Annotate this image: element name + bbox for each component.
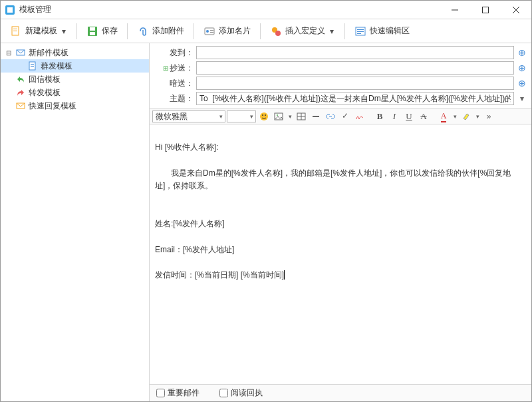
svg-rect-8 [13, 31, 17, 31]
insert-macro-button[interactable]: 插入宏定义 ▾ [265, 23, 340, 40]
tree-label: 转发模板 [29, 87, 61, 99]
card-icon [203, 25, 215, 37]
svg-point-13 [206, 30, 209, 33]
font-family-select[interactable]: 微软雅黑 [152, 110, 225, 122]
quick-edit-button[interactable]: 快速编辑区 [349, 23, 415, 40]
svg-rect-14 [210, 30, 213, 31]
more-format-button[interactable]: » [482, 110, 495, 123]
svg-point-29 [265, 114, 266, 116]
svg-rect-25 [31, 66, 34, 67]
tree-node-reply[interactable]: 回信模板 [1, 73, 149, 86]
emoji-button[interactable] [257, 110, 271, 123]
plus-box-icon[interactable]: ⊞ [163, 65, 168, 72]
highlight-dd[interactable]: ▾ [474, 110, 481, 123]
svg-rect-20 [357, 31, 364, 32]
subject-input[interactable] [196, 92, 514, 105]
template-icon [27, 61, 38, 71]
cc-add-button[interactable]: ⊕ [517, 63, 527, 73]
spellcheck-button[interactable]: ✓ [338, 110, 352, 123]
macro-icon [270, 25, 282, 37]
important-checkbox[interactable]: 重要邮件 [156, 387, 200, 399]
bold-button[interactable]: B [373, 110, 386, 123]
svg-rect-1 [7, 7, 13, 13]
tree-label: 群发模板 [41, 61, 72, 72]
header-fields: 发到： ⊕ ⊞抄送： ⊕ 暗送： ⊕ 主题： ▾ [150, 43, 531, 108]
strike-button[interactable]: A [417, 110, 430, 123]
subject-dropdown[interactable]: ▾ [517, 93, 527, 104]
separator [368, 110, 372, 123]
font-color-button[interactable]: A [437, 110, 450, 123]
maximize-button[interactable] [470, 1, 501, 19]
cc-row: ⊞抄送： ⊕ [154, 61, 527, 75]
svg-rect-24 [31, 64, 34, 65]
svg-point-17 [275, 31, 281, 36]
add-attachment-button[interactable]: 添加附件 [132, 23, 190, 40]
add-card-button[interactable]: 添加名片 [198, 23, 256, 40]
underline-button[interactable]: U [402, 110, 416, 123]
quick-edit-icon [354, 25, 366, 37]
to-input[interactable] [196, 46, 514, 59]
subject-row: 主题： ▾ [154, 92, 527, 105]
svg-rect-10 [90, 27, 95, 31]
svg-point-28 [262, 114, 263, 116]
save-button[interactable]: 保存 [81, 23, 123, 40]
separator [76, 23, 77, 39]
text-cursor [284, 270, 285, 280]
body-line: Email：[%发件人地址] [155, 244, 526, 256]
svg-text:✓: ✓ [342, 112, 348, 120]
bcc-label: 暗送： [154, 78, 194, 89]
svg-rect-11 [90, 32, 95, 35]
minimize-button[interactable] [440, 1, 470, 19]
tree-node-new-mail[interactable]: ⊟ 新邮件模板 [1, 46, 149, 59]
main-area: ⊟ 新邮件模板 群发模板 回信模板 转发模板 快速回复模板 发到 [1, 43, 531, 401]
quick-reply-icon [15, 100, 26, 111]
svg-rect-7 [13, 29, 17, 29]
to-add-button[interactable]: ⊕ [517, 47, 527, 58]
expand-icon[interactable]: ⊟ [5, 49, 13, 57]
bcc-input[interactable] [196, 77, 514, 90]
add-attachment-label: 添加附件 [152, 25, 184, 37]
to-label: 发到： [154, 47, 194, 59]
font-size-select[interactable] [227, 110, 256, 122]
svg-rect-19 [357, 29, 364, 30]
svg-point-27 [260, 112, 268, 120]
new-template-label: 新建模板 [25, 25, 57, 37]
window-buttons [440, 1, 531, 19]
quick-edit-label: 快速编辑区 [370, 25, 410, 37]
cc-input[interactable] [196, 61, 514, 75]
separator [127, 23, 128, 39]
mail-icon [15, 47, 26, 58]
image-dd[interactable]: ▾ [287, 110, 293, 123]
new-template-button[interactable]: 新建模板 ▾ [5, 23, 72, 40]
footer-bar: 重要邮件 阅读回执 [150, 384, 531, 401]
tree-label: 快速回复模板 [29, 100, 76, 112]
body-editor[interactable]: Hi [%收件人名称]: 我是来自Dm星的[%发件人名称]，我的邮箱是[%发件人… [150, 124, 531, 384]
tree-node-forward[interactable]: 转发模板 [1, 86, 149, 99]
tree-node-mass-send[interactable]: 群发模板 [1, 59, 149, 73]
close-button[interactable] [501, 1, 531, 19]
tree-label: 回信模板 [29, 74, 61, 85]
signature-button[interactable] [353, 110, 366, 123]
svg-rect-3 [483, 7, 489, 13]
bcc-row: 暗送： ⊕ [154, 77, 527, 90]
format-toolbar: 微软雅黑 ▾ ✓ B I U A A ▾ ▾ » [150, 108, 531, 124]
body-line: Hi [%收件人名称]: [155, 141, 526, 154]
table-button[interactable] [295, 110, 308, 123]
link-button[interactable] [324, 110, 337, 123]
image-button[interactable] [272, 110, 285, 123]
italic-button[interactable]: I [388, 110, 401, 123]
font-color-dd[interactable]: ▾ [452, 110, 458, 123]
receipt-checkbox[interactable]: 阅读回执 [219, 387, 263, 399]
insert-macro-label: 插入宏定义 [285, 25, 325, 37]
highlight-button[interactable] [460, 110, 473, 123]
hr-button[interactable] [309, 110, 323, 123]
new-icon [10, 25, 22, 37]
body-line: 发信时间：[%当前日期] [%当前时间] [155, 269, 526, 282]
save-icon [86, 25, 98, 37]
chevron-down-icon: ▾ [61, 28, 67, 35]
forward-icon [15, 87, 26, 98]
tree-node-quick-reply[interactable]: 快速回复模板 [1, 99, 149, 112]
cc-label: ⊞抄送： [154, 63, 194, 74]
bcc-add-button[interactable]: ⊕ [517, 78, 527, 89]
chevron-down-icon: ▾ [329, 28, 335, 35]
